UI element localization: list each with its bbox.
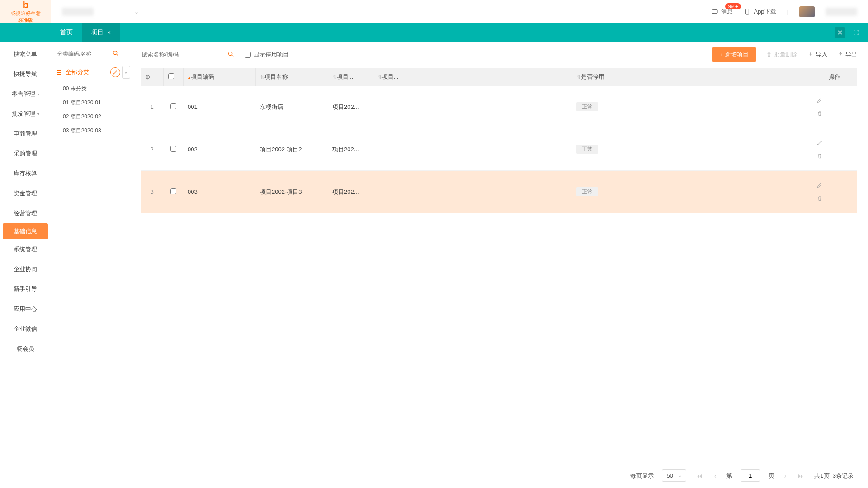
close-icon bbox=[836, 29, 844, 36]
search-icon[interactable] bbox=[112, 50, 119, 57]
fullscreen-button[interactable] bbox=[851, 27, 862, 38]
page-input[interactable] bbox=[741, 469, 760, 482]
col-status[interactable]: ⇅是否停用 bbox=[572, 68, 812, 86]
sort-icon: ⇅ bbox=[333, 75, 335, 80]
sidenav-item[interactable]: 应用中心 bbox=[0, 299, 51, 319]
brand-logo: b 畅捷通好生意 标准版 bbox=[0, 0, 51, 23]
col-check-all[interactable] bbox=[163, 68, 183, 86]
sidenav-item[interactable]: 企业微信 bbox=[0, 319, 51, 339]
col-settings[interactable]: ⚙ bbox=[141, 68, 163, 86]
brand-text-2: 标准版 bbox=[18, 17, 33, 23]
table-row[interactable]: 1001东楼街店项目202...正常 bbox=[141, 86, 857, 128]
perpage-select[interactable]: 50 bbox=[662, 469, 686, 482]
page-next-button[interactable]: › bbox=[783, 472, 788, 479]
sidenav-item[interactable]: 搜索菜单 bbox=[0, 44, 51, 64]
page-summary: 共1页, 3条记录 bbox=[814, 472, 854, 480]
tab-project[interactable]: 项目 × bbox=[82, 23, 120, 42]
svg-rect-0 bbox=[712, 9, 717, 13]
row-checkbox[interactable] bbox=[170, 103, 176, 109]
sidenav-item[interactable]: 采购管理 bbox=[0, 144, 51, 164]
delete-row-button[interactable] bbox=[816, 195, 853, 202]
sidenav-item[interactable]: 经营管理 bbox=[0, 203, 51, 223]
close-icon[interactable]: × bbox=[107, 29, 111, 36]
col-c4[interactable]: ⇅项目... bbox=[373, 68, 572, 86]
row-checkbox[interactable] bbox=[170, 188, 176, 194]
sidenav-item[interactable]: 基础信息 bbox=[3, 223, 48, 239]
col-op: 操作 bbox=[812, 68, 857, 86]
add-project-button[interactable]: + 新增项目 bbox=[712, 47, 756, 62]
caret-icon: ▾ bbox=[37, 112, 39, 117]
category-item[interactable]: 00 未分类 bbox=[55, 82, 126, 96]
gear-icon: ⚙ bbox=[145, 74, 151, 80]
import-icon bbox=[807, 52, 814, 58]
user-name-blurred bbox=[826, 8, 857, 16]
sort-icon: ⇅ bbox=[378, 75, 380, 80]
category-search-input[interactable] bbox=[57, 48, 120, 60]
sidenav-item[interactable]: 电商管理 bbox=[0, 124, 51, 144]
category-all-label: 全部分类 bbox=[66, 68, 89, 76]
user-avatar[interactable] bbox=[799, 6, 815, 17]
sidenav-item[interactable]: 零售管理▾ bbox=[0, 84, 51, 104]
delete-row-button[interactable] bbox=[816, 110, 853, 117]
col-c3[interactable]: ⇅项目... bbox=[328, 68, 373, 86]
svg-point-3 bbox=[229, 52, 232, 56]
category-list: 00 未分类01 项目2020-0102 项目2020-0203 项目2020-… bbox=[51, 80, 126, 138]
brand-text-1: 畅捷通好生意 bbox=[11, 10, 41, 17]
search-icon[interactable] bbox=[227, 51, 235, 58]
sort-icon: ⇅ bbox=[577, 75, 579, 80]
category-item[interactable]: 01 项目2020-01 bbox=[55, 96, 126, 110]
delete-row-button[interactable] bbox=[816, 153, 853, 159]
edit-row-button[interactable] bbox=[816, 97, 853, 103]
toolbar: 显示停用项目 + 新增项目 批量删除 导入 导出 bbox=[141, 42, 857, 68]
import-link[interactable]: 导入 bbox=[807, 51, 827, 59]
edit-row-button[interactable] bbox=[816, 182, 853, 188]
tab-home[interactable]: 首页 bbox=[51, 23, 82, 42]
category-item[interactable]: 03 项目2020-03 bbox=[55, 124, 126, 138]
edit-row-button[interactable] bbox=[816, 140, 853, 146]
business-name-blurred bbox=[62, 8, 94, 16]
table-row[interactable]: 2002项目2002-项目2项目202...正常 bbox=[141, 128, 857, 171]
page-prev-button[interactable]: ‹ bbox=[712, 472, 718, 479]
plus-icon: + bbox=[720, 52, 723, 58]
status-badge: 正常 bbox=[576, 187, 598, 196]
col-name[interactable]: ⇅项目名称 bbox=[255, 68, 328, 86]
sidenav-item[interactable]: 资金管理 bbox=[0, 183, 51, 203]
main-content: 显示停用项目 + 新增项目 批量删除 导入 导出 bbox=[126, 42, 868, 488]
col-code[interactable]: ▴项目编码 bbox=[183, 68, 255, 86]
chevron-down-icon: ⌄ bbox=[134, 9, 139, 15]
page-last-button[interactable]: ⏭ bbox=[796, 472, 806, 479]
sidenav-item[interactable]: 畅会员 bbox=[0, 339, 51, 359]
sidenav-item[interactable]: 快捷导航 bbox=[0, 64, 51, 84]
pagination: 每页显示 50 ⏮ ‹ 第 页 › ⏭ 共1页, 3条记录 bbox=[141, 463, 857, 488]
app-download-link[interactable]: App下载 bbox=[744, 8, 776, 16]
sidenav-item[interactable]: 企业协同 bbox=[0, 259, 51, 279]
business-selector[interactable]: ⌄ bbox=[62, 8, 139, 16]
fullscreen-icon bbox=[853, 29, 860, 36]
collapse-panel-button[interactable]: « bbox=[122, 66, 130, 79]
sidenav-item[interactable]: 库存核算 bbox=[0, 164, 51, 183]
side-nav: 搜索菜单快捷导航零售管理▾批发管理▾电商管理采购管理库存核算资金管理经营管理基础… bbox=[0, 42, 51, 488]
caret-icon: ▾ bbox=[37, 92, 39, 97]
sidenav-item[interactable]: 系统管理 bbox=[0, 239, 51, 259]
status-badge: 正常 bbox=[576, 145, 598, 154]
list-icon: ☰ bbox=[57, 69, 62, 76]
show-disabled-checkbox[interactable]: 显示停用项目 bbox=[245, 51, 289, 59]
row-checkbox[interactable] bbox=[170, 146, 176, 152]
tab-close-all-button[interactable] bbox=[835, 27, 845, 38]
search-input[interactable] bbox=[141, 48, 236, 61]
batch-delete-link: 批量删除 bbox=[766, 51, 797, 59]
sidenav-item[interactable]: 新手引导 bbox=[0, 279, 51, 299]
messages-link[interactable]: 消息 99 + bbox=[711, 8, 733, 16]
export-link[interactable]: 导出 bbox=[837, 51, 857, 59]
category-all[interactable]: ☰ 全部分类 bbox=[51, 65, 126, 80]
table-row[interactable]: 3003项目2002-项目3项目202...正常 bbox=[141, 171, 857, 213]
sort-icon: ⇅ bbox=[260, 75, 263, 80]
sort-icon: ▴ bbox=[188, 75, 189, 80]
page-first-button[interactable]: ⏮ bbox=[694, 472, 704, 479]
category-item[interactable]: 02 项目2020-02 bbox=[55, 110, 126, 124]
sidenav-item[interactable]: 批发管理▾ bbox=[0, 104, 51, 124]
perpage-label: 每页显示 bbox=[630, 472, 654, 480]
category-panel: ☰ 全部分类 00 未分类01 项目2020-0102 项目2020-0203 … bbox=[51, 42, 126, 488]
edit-category-button[interactable] bbox=[110, 67, 120, 77]
mobile-icon bbox=[744, 8, 751, 15]
